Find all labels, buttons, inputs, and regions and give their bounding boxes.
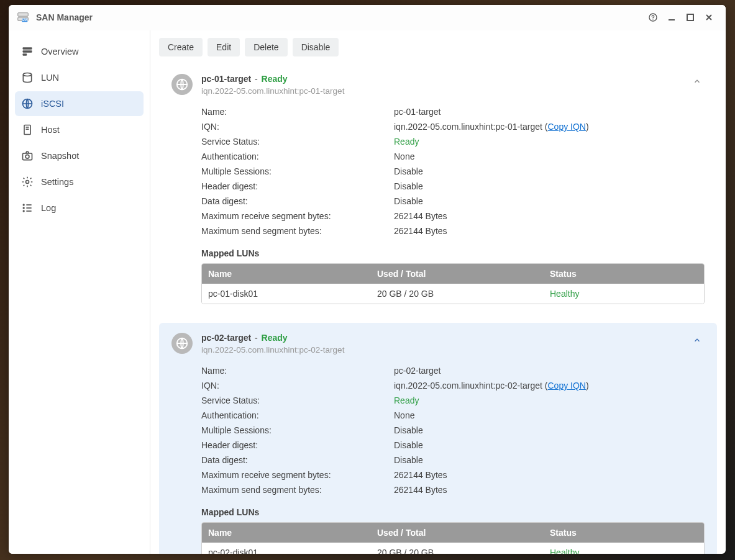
sidebar-item-overview[interactable]: Overview <box>15 39 144 64</box>
separator: - <box>252 333 260 343</box>
label-service-status: Service Status: <box>201 395 394 405</box>
table-row[interactable]: pc-01-disk01 20 GB / 20 GB Healthy <box>202 284 704 304</box>
sidebar-item-label: Host <box>41 125 60 135</box>
delete-button[interactable]: Delete <box>245 38 287 56</box>
globe-icon <box>171 333 193 354</box>
value-max-send: 262144 Bytes <box>394 485 705 495</box>
value-multiple-sessions: Disable <box>394 166 705 176</box>
value-authentication: None <box>394 410 705 420</box>
sidebar-item-label: Log <box>41 203 56 213</box>
sidebar-item-iscsi[interactable]: iSCSI <box>15 91 144 116</box>
copy-iqn-link[interactable]: Copy IQN <box>547 381 585 391</box>
target-header: pc-02-target - Ready iqn.2022-05.com.lin… <box>171 333 705 355</box>
target-iqn: iqn.2022-05.com.linuxhint:pc-01-target <box>201 86 690 96</box>
label-data-digest: Data digest: <box>201 196 394 206</box>
gear-icon <box>21 176 34 188</box>
lun-used: 20 GB / 20 GB <box>371 284 544 304</box>
target-panel[interactable]: pc-02-target - Ready iqn.2022-05.com.lin… <box>159 323 717 554</box>
disable-button[interactable]: Disable <box>293 38 339 56</box>
target-header: pc-01-target - Ready iqn.2022-05.com.lin… <box>171 74 705 96</box>
maximize-button[interactable] <box>681 8 700 27</box>
table-header: Name Used / Total Status <box>202 264 704 284</box>
value-max-send: 262144 Bytes <box>394 226 705 236</box>
label-max-send: Maximum send segment bytes: <box>201 226 394 236</box>
svg-point-13 <box>23 73 31 76</box>
target-panel[interactable]: pc-01-target - Ready iqn.2022-05.com.lin… <box>159 64 717 317</box>
svg-point-19 <box>25 155 29 158</box>
app-window: SAN SAN Manager <box>9 5 726 554</box>
table-header: Name Used / Total Status <box>202 523 704 543</box>
lun-status: Healthy <box>544 284 704 304</box>
mapped-luns-title: Mapped LUNs <box>201 248 705 258</box>
svg-point-5 <box>652 19 653 20</box>
sidebar-item-host[interactable]: Host <box>15 117 144 142</box>
col-status[interactable]: Status <box>544 264 704 284</box>
sidebar-item-log[interactable]: Log <box>15 196 144 220</box>
list-icon <box>21 202 34 214</box>
label-multiple-sessions: Multiple Sessions: <box>201 166 394 176</box>
minimize-button[interactable] <box>662 8 681 27</box>
label-name: Name: <box>201 366 394 376</box>
copy-iqn-link[interactable]: Copy IQN <box>547 122 585 132</box>
svg-point-22 <box>23 207 24 209</box>
close-button[interactable] <box>700 8 718 27</box>
svg-rect-18 <box>23 153 32 160</box>
col-name[interactable]: Name <box>202 523 371 543</box>
value-iqn: iqn.2022-05.com.linuxhint:pc-01-target (… <box>394 122 705 132</box>
col-used[interactable]: Used / Total <box>371 523 544 543</box>
mapped-luns-table: Name Used / Total Status pc-02-disk01 20… <box>201 522 705 554</box>
collapse-button[interactable] <box>690 333 705 348</box>
sidebar-item-lun[interactable]: LUN <box>15 65 144 90</box>
svg-point-20 <box>26 181 29 184</box>
table-row[interactable]: pc-02-disk01 20 GB / 20 GB Healthy <box>202 543 704 554</box>
target-status: Ready <box>262 74 288 84</box>
label-authentication: Authentication: <box>201 151 394 161</box>
svg-rect-12 <box>23 53 27 55</box>
titlebar: SAN SAN Manager <box>9 5 726 30</box>
mapped-luns-title: Mapped LUNs <box>201 507 705 517</box>
edit-button[interactable]: Edit <box>208 38 240 56</box>
svg-text:SAN: SAN <box>22 19 28 22</box>
help-button[interactable] <box>644 8 662 27</box>
lun-icon <box>21 71 34 84</box>
host-icon <box>21 124 34 136</box>
col-status[interactable]: Status <box>544 523 704 543</box>
app-icon: SAN <box>16 11 30 24</box>
sidebar-item-label: Snapshot <box>41 151 79 161</box>
target-iqn: iqn.2022-05.com.linuxhint:pc-02-target <box>201 345 690 355</box>
create-button[interactable]: Create <box>159 38 203 56</box>
value-name: pc-02-target <box>394 366 705 376</box>
target-status: Ready <box>262 333 288 343</box>
svg-point-23 <box>23 210 24 212</box>
target-properties: Name:pc-01-target IQN:iqn.2022-05.com.li… <box>201 104 705 238</box>
lun-used: 20 GB / 20 GB <box>371 543 544 554</box>
value-data-digest: Disable <box>394 455 705 465</box>
target-name: pc-01-target <box>201 74 251 84</box>
camera-icon <box>21 150 34 162</box>
sidebar-item-snapshot[interactable]: Snapshot <box>15 143 144 168</box>
label-header-digest: Header digest: <box>201 440 394 450</box>
label-authentication: Authentication: <box>201 410 394 420</box>
value-multiple-sessions: Disable <box>394 425 705 435</box>
sidebar-item-settings[interactable]: Settings <box>15 169 144 194</box>
mapped-luns-table: Name Used / Total Status pc-01-disk01 20… <box>201 263 705 304</box>
lun-name: pc-01-disk01 <box>202 284 371 304</box>
col-name[interactable]: Name <box>202 264 371 284</box>
label-header-digest: Header digest: <box>201 181 394 191</box>
globe-icon <box>171 74 193 95</box>
label-data-digest: Data digest: <box>201 455 394 465</box>
overview-icon <box>21 45 34 58</box>
label-max-send: Maximum send segment bytes: <box>201 485 394 495</box>
value-max-recv: 262144 Bytes <box>394 470 705 480</box>
lun-status: Healthy <box>544 543 704 554</box>
svg-point-21 <box>23 204 24 205</box>
label-max-recv: Maximum receive segment bytes: <box>201 470 394 480</box>
value-data-digest: Disable <box>394 196 705 206</box>
svg-rect-0 <box>18 13 29 17</box>
col-used[interactable]: Used / Total <box>371 264 544 284</box>
globe-icon <box>21 97 34 110</box>
collapse-button[interactable] <box>690 74 705 89</box>
main-content: Create Edit Delete Disable pc-01-target … <box>150 30 726 554</box>
sidebar-item-label: LUN <box>41 73 59 83</box>
value-iqn: iqn.2022-05.com.linuxhint:pc-02-target (… <box>394 381 705 391</box>
